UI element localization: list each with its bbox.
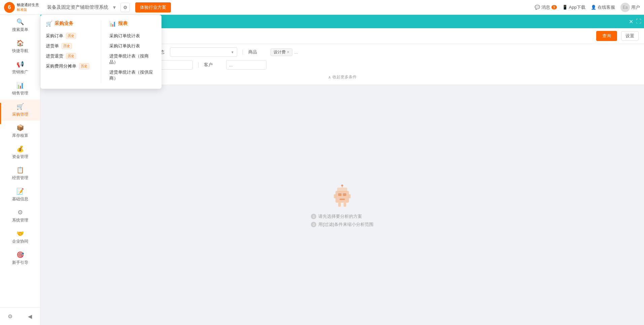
sidebar-label-funds: 资金管理 [12,154,28,160]
active-bar [0,103,1,124]
dropdown-return[interactable]: 进货退货 历史 [46,51,93,61]
dropdown-receipt-label: 进货单 [46,43,59,49]
sales-icon: 📊 [16,82,24,89]
sidebar-item-cooperation[interactable]: 🤝 企业协同 [0,227,40,248]
svg-rect-4 [334,194,336,198]
report-col-title: 📊 报表 [109,20,156,27]
sidebar-label-sales: 销售管理 [12,90,28,96]
sidebar-item-funds[interactable]: 💰 资金管理 [0,142,40,163]
filter-divider-4 [198,62,199,68]
tab-close-btn[interactable]: ✕ [629,18,633,25]
cooperation-icon: 🤝 [16,230,24,237]
message-badge: 9 [551,5,557,9]
svg-rect-3 [339,199,345,200]
customer-select[interactable]: ... [226,60,266,70]
app-download-btn[interactable]: 📱 App下载 [562,4,585,10]
report-col: 📊 报表 采购订单统计表 采购订单执行表 进货单统计表（按商品） 进货单统计表（… [109,20,156,83]
header-right: 💬 消息 9 📱 App下载 👤 在线客服 Ea 用户 [535,3,640,12]
logo-text: 畅捷通好生意 [17,2,39,7]
empty-tips: ① 请先选择要分析的方案 ② 用[过滤]条件来缩小分析范围 [311,213,373,228]
dropdown-po-exec[interactable]: 采购订单执行表 [109,41,156,51]
message-btn[interactable]: 💬 消息 9 [535,4,557,10]
svg-rect-6 [338,203,341,207]
sidebar-item-marketing[interactable]: 📢 营销推广 [0,57,40,78]
goods-more[interactable]: ... [294,50,298,55]
logo-area: 6 畅捷通好生意 标准版 [4,2,44,13]
sidebar-item-operations[interactable]: 📋 经营管理 [0,163,40,184]
sidebar-item-search[interactable]: 🔍 搜索菜单 [0,15,40,36]
funds-icon: 💰 [16,145,24,153]
dropdown-receipt-history: 历史 [62,43,72,49]
sidebar-label-basic: 基础信息 [12,196,28,202]
tip1-num: ① [311,214,316,219]
logo-sub: 标准版 [17,7,39,12]
system-dropdown-btn[interactable]: ▼ [111,4,118,11]
sidebar-bottom: ⚙ ◀ [0,307,40,325]
collapse-icon: ∧ [328,75,331,80]
online-service-btn[interactable]: 👤 在线客服 [591,4,615,10]
sidebar-label-search: 搜索菜单 [12,27,28,33]
dropdown-divider [101,20,101,83]
dropdown-receipt[interactable]: 进货单 历史 [46,41,93,51]
operations-icon: 📋 [16,166,24,174]
marketing-icon: 📢 [16,60,24,68]
guide-icon: 🎯 [16,251,24,258]
customer-more[interactable]: ... [229,63,233,68]
dropdown-po-label: 采购订单 [46,33,63,39]
logo-icon: 6 [4,2,15,13]
empty-illustration [329,182,356,209]
trial-button[interactable]: 体验行业方案 [135,2,171,12]
sidebar-item-inventory[interactable]: 📦 库存核算 [0,121,40,142]
tip2-text: 用[过滤]条件来缩小分析范围 [318,221,373,228]
service-label: 在线客服 [598,4,615,10]
tab-maximize-btn[interactable]: ⛶ [636,18,641,25]
sidebar-label-cooperation: 企业协同 [12,239,28,244]
sidebar-item-system[interactable]: ⚙ 系统管理 [0,205,40,227]
purchase-col-title-text: 采购业务 [55,21,73,27]
sidebar-item-purchase[interactable]: 🛒 采购管理 [0,99,40,121]
dropdown-goods-stat[interactable]: 进货单统计表（按商品） [109,51,156,67]
sidebar-collapse-btn[interactable]: ◀ [25,311,35,322]
empty-tip-1: ① 请先选择要分析的方案 [311,213,373,219]
report-col-icon: 📊 [109,20,116,27]
tab-bar-right: ✕ ⛶ [629,18,644,25]
sidebar-settings-btn[interactable]: ⚙ [5,311,15,322]
top-header: 6 畅捷通好生意 标准版 装备及固定资产辅助管理系统 ▼ ⚙ 体验行业方案 💬 … [0,0,644,15]
dropdown-expense-label: 采购费用分摊单 [46,63,76,69]
tip2-num: ② [311,222,316,227]
goods-tag-text: 设计费 [274,49,286,55]
inventory-icon: 📦 [16,124,24,131]
goods-tag-close[interactable]: × [287,50,289,54]
search-icon: 🔍 [16,18,24,26]
dropdown-supplier-stat-label: 进货单统计表（按供应商） [109,69,156,81]
dropdown-po-exec-label: 采购订单执行表 [109,43,140,49]
dropdown-goods-stat-label: 进货单统计表（按商品） [109,53,156,65]
dropdown-po-stat[interactable]: 采购订单统计表 [109,31,156,41]
dropdown-supplier-stat[interactable]: 进货单统计表（按供应商） [109,67,156,83]
query-button[interactable]: 查询 [596,31,617,41]
service-icon: 👤 [591,5,596,10]
sidebar-label-marketing: 营销推广 [12,69,28,75]
settings-gear-icon[interactable]: ⚙ [120,3,130,12]
goods-label: 商品 [248,49,265,55]
empty-tip-2: ② 用[过滤]条件来缩小分析范围 [311,221,373,228]
user-btn[interactable]: Ea 用户 [620,3,640,12]
sidebar-item-guide[interactable]: 🎯 新手引导 [0,248,40,269]
sidebar-label-operations: 经营管理 [12,175,28,181]
doc-status-select[interactable]: ▼ [170,47,237,57]
sidebar-label-purchase: 采购管理 [12,112,28,117]
sidebar-label-nav: 快捷导航 [12,48,28,54]
app-icon: 📱 [562,5,568,10]
sidebar-item-nav[interactable]: 🏠 快捷导航 [0,36,40,57]
sidebar-item-sales[interactable]: 📊 销售管理 [0,78,40,99]
settings-button[interactable]: 设置 [621,31,639,41]
dropdown-expense[interactable]: 采购费用分摊单 历史 [46,61,93,71]
doc-status-arrow: ▼ [231,50,234,54]
dropdown-po[interactable]: 采购订单 历史 [46,31,93,41]
svg-rect-2 [343,193,346,196]
logo-text-block: 畅捷通好生意 标准版 [17,2,39,12]
sidebar: 🔍 搜索菜单 🏠 快捷导航 📢 营销推广 📊 销售管理 🛒 采购管理 📦 库存核… [0,15,40,325]
system-title: 装备及固定资产辅助管理系统 [47,4,108,10]
sidebar-label-inventory: 库存核算 [12,133,28,138]
sidebar-item-basic[interactable]: 📝 基础信息 [0,184,40,205]
